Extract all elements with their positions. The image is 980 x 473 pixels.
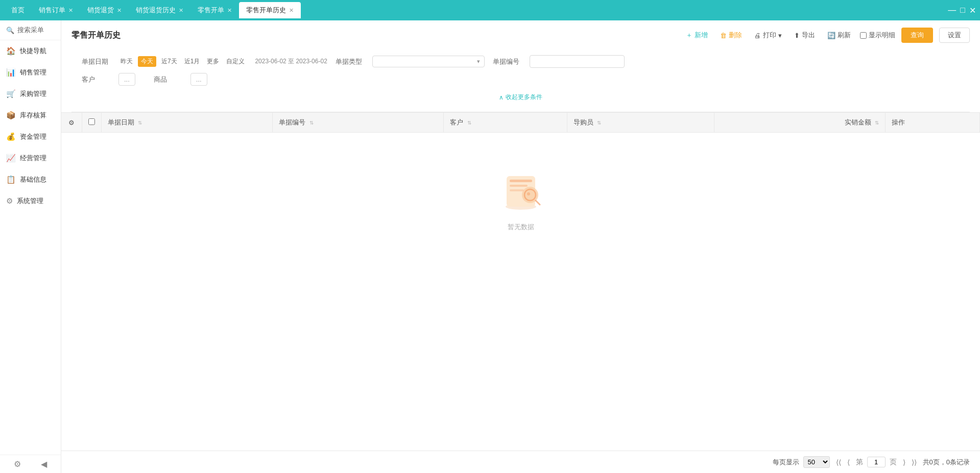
- sidebar-item-finance[interactable]: 💰 资金管理: [0, 126, 61, 147]
- refresh-icon: 🔄: [827, 32, 835, 39]
- export-button[interactable]: ⬆ 导出: [791, 29, 818, 42]
- add-button[interactable]: ＋ 新增: [683, 29, 711, 42]
- sidebar-item-inventory-label: 库存核算: [20, 111, 46, 120]
- print-label: 打印: [763, 31, 776, 40]
- select-all-checkbox[interactable]: [88, 118, 95, 125]
- refresh-label: 刷新: [838, 31, 851, 40]
- date-btn-1month[interactable]: 近1月: [182, 56, 202, 67]
- th-number-label: 单据编号: [279, 118, 305, 126]
- tab-retail-open-close[interactable]: ✕: [227, 7, 232, 14]
- tab-sales-return[interactable]: 销货退货 ✕: [80, 2, 129, 18]
- tab-retail-open-history[interactable]: 零售开单历史 ✕: [239, 2, 301, 18]
- settings-bottom-icon[interactable]: ⚙: [14, 459, 21, 469]
- tab-sales-order-close[interactable]: ✕: [68, 7, 73, 14]
- inventory-icon: 📦: [6, 111, 16, 120]
- refresh-button[interactable]: 🔄 刷新: [824, 29, 854, 42]
- bill-type-arrow-icon: ▾: [477, 58, 480, 65]
- tab-sales-order[interactable]: 销售订单 ✕: [32, 2, 80, 18]
- collapse-button[interactable]: ∧ 收起更多条件: [499, 93, 542, 102]
- collapse-sidebar-icon[interactable]: ◀: [41, 459, 47, 469]
- close-button[interactable]: ✕: [969, 6, 976, 15]
- print-button[interactable]: 🖨 打印 ▾: [751, 29, 785, 42]
- sidebar-search-label: 搜索采单: [17, 26, 44, 35]
- svg-line-7: [536, 201, 540, 205]
- finance-icon: 💰: [6, 132, 16, 141]
- th-number[interactable]: 单据编号 ⇅: [272, 113, 443, 133]
- sidebar-item-purchase-mgmt-label: 采购管理: [20, 89, 46, 98]
- sidebar-item-inventory[interactable]: 📦 库存核算: [0, 105, 61, 126]
- tab-sales-return-history-label: 销货退货历史: [136, 6, 176, 15]
- sidebar-item-operations[interactable]: 📈 经营管理: [0, 147, 61, 169]
- tab-sales-return-label: 销货退货: [87, 6, 114, 15]
- prev-page-button[interactable]: ⟨: [845, 457, 852, 467]
- total-info: 共0页，0条记录: [923, 458, 970, 467]
- tab-sales-return-close[interactable]: ✕: [117, 7, 122, 14]
- svg-rect-2: [510, 180, 532, 182]
- date-btn-yesterday[interactable]: 昨天: [118, 56, 135, 67]
- date-btn-7days[interactable]: 近7天: [159, 56, 179, 67]
- delete-icon: 🗑: [720, 32, 727, 39]
- customer-input[interactable]: ...: [118, 73, 135, 86]
- column-settings-icon[interactable]: ⚙: [68, 119, 75, 127]
- bill-type-select[interactable]: ▾: [372, 56, 485, 67]
- sidebar-item-quick-nav[interactable]: 🏠 快捷导航: [0, 40, 61, 62]
- sidebar-search[interactable]: 🔍 搜索采单: [0, 20, 61, 40]
- date-btn-custom[interactable]: 自定义: [224, 56, 247, 67]
- bill-number-label: 单据编号: [493, 57, 521, 66]
- home-icon: 🏠: [6, 46, 16, 56]
- collapse-label: 收起更多条件: [506, 93, 542, 102]
- th-amount[interactable]: 实销金额 ⇅: [714, 113, 885, 133]
- minimize-button[interactable]: —: [948, 6, 956, 15]
- settings-button[interactable]: 设置: [939, 28, 970, 43]
- th-salesperson[interactable]: 导购员 ⇅: [567, 113, 714, 133]
- th-amount-sort-icon: ⇅: [875, 120, 879, 126]
- page-title-row: 零售开单历史 ＋ 新增 🗑 删除 🖨 打印 ▾: [71, 28, 970, 43]
- th-checkbox[interactable]: [82, 113, 101, 133]
- sidebar-item-system-mgmt-label: 系统管理: [17, 196, 43, 206]
- sidebar-item-finance-label: 资金管理: [20, 132, 46, 141]
- first-page-button[interactable]: ⟨⟨: [834, 457, 843, 467]
- tab-home[interactable]: 首页: [4, 2, 32, 18]
- operations-icon: 📈: [6, 154, 16, 163]
- date-btn-today[interactable]: 今天: [138, 56, 156, 67]
- display-detail-label: 显示明细: [869, 31, 895, 40]
- tab-bar: 首页 销售订单 ✕ 销货退货 ✕ 销货退货历史 ✕ 零售开单 ✕ 零售开单历史 …: [0, 0, 980, 20]
- tab-retail-open-history-close[interactable]: ✕: [289, 7, 294, 14]
- sidebar-item-purchase-mgmt[interactable]: 🛒 采购管理: [0, 83, 61, 105]
- bill-number-input[interactable]: [530, 55, 625, 68]
- content-area: 零售开单历史 ＋ 新增 🗑 删除 🖨 打印 ▾: [61, 20, 980, 473]
- display-detail-checkbox[interactable]: [860, 32, 867, 39]
- goods-input[interactable]: ...: [190, 73, 207, 86]
- last-page-button[interactable]: ⟩⟩: [910, 457, 919, 467]
- th-number-sort-icon: ⇅: [309, 120, 314, 126]
- add-icon: ＋: [686, 31, 692, 40]
- th-date-label: 单据日期: [108, 118, 134, 126]
- th-customer[interactable]: 客户 ⇅: [444, 113, 567, 133]
- tab-retail-open[interactable]: 零售开单 ✕: [190, 2, 239, 18]
- page-number-input[interactable]: [867, 457, 886, 467]
- sidebar-item-basic-info[interactable]: 📋 基础信息: [0, 169, 61, 190]
- th-settings[interactable]: ⚙: [61, 113, 82, 133]
- display-detail-toggle[interactable]: 显示明细: [860, 31, 895, 40]
- sidebar-item-sales-mgmt[interactable]: 📊 销售管理: [0, 62, 61, 83]
- filter-area: 单据日期 昨天 今天 近7天 近1月 更多 自定义 2023-06-02 至 2…: [71, 49, 970, 112]
- th-date[interactable]: 单据日期 ⇅: [101, 113, 272, 133]
- delete-button[interactable]: 🗑 删除: [717, 29, 745, 42]
- pagination-nav: ⟨⟨ ⟨ 第 页 ⟩ ⟩⟩: [834, 457, 919, 468]
- empty-state-text: 暂无数据: [508, 222, 534, 232]
- th-salesperson-label: 导购员: [573, 118, 593, 126]
- per-page-select[interactable]: 50 10 20 100: [803, 456, 830, 468]
- main-layout: 🔍 搜索采单 🏠 快捷导航 📊 销售管理 🛒 采购管理 📦 库存核算 💰 资金管…: [0, 20, 980, 473]
- maximize-button[interactable]: □: [960, 6, 965, 15]
- sidebar-item-system-mgmt[interactable]: ⚙ 系统管理: [0, 190, 61, 212]
- date-btn-more[interactable]: 更多: [205, 56, 221, 67]
- purchase-icon: 🛒: [6, 89, 16, 98]
- next-page-button[interactable]: ⟩: [901, 457, 907, 467]
- th-customer-label: 客户: [450, 118, 463, 126]
- sidebar-item-operations-label: 经营管理: [20, 154, 46, 163]
- tab-sales-return-history-close[interactable]: ✕: [179, 7, 183, 14]
- query-button[interactable]: 查询: [901, 28, 933, 43]
- tab-sales-return-history[interactable]: 销货退货历史 ✕: [129, 2, 190, 18]
- filter-row-date: 单据日期 昨天 今天 近7天 近1月 更多 自定义 2023-06-02 至 2…: [82, 55, 960, 68]
- empty-state: 暂无数据: [61, 133, 980, 262]
